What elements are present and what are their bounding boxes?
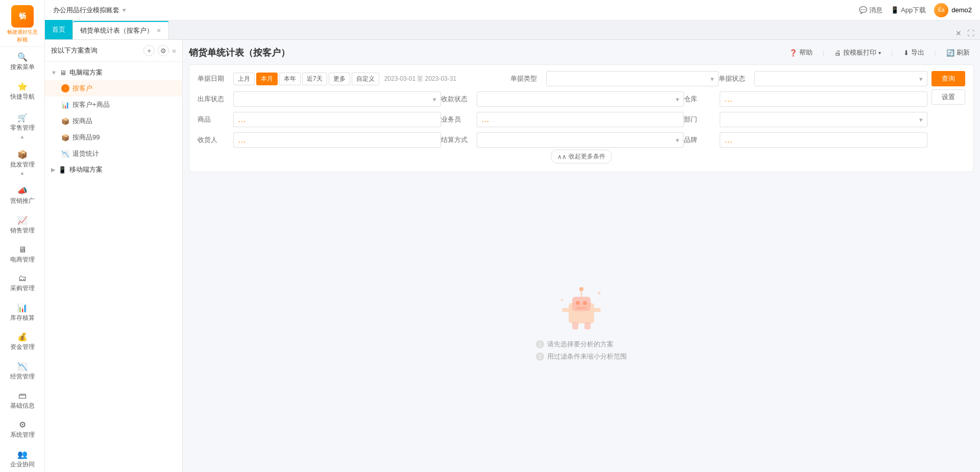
template-print-button[interactable]: 🖨 按模板打印 ▾ (830, 46, 885, 59)
tree-group-mobile-header[interactable]: ▶ 📱 移动端方案 (45, 162, 182, 177)
sidebar-item-wholesale[interactable]: 📦 批发管理 ▲ (0, 145, 44, 181)
message-button[interactable]: 💬 消息 (859, 6, 883, 15)
app-download-button[interactable]: 📱 App下载 (891, 6, 926, 15)
lp-actions: + ⚙ « (143, 45, 176, 56)
empty-tip-1: 1 请先选择要分析的方案 (536, 340, 627, 349)
print-icon: 🖨 (835, 49, 841, 57)
tree-item-return-stat[interactable]: 📉 退货统计 (45, 146, 182, 162)
tab-close-icon[interactable]: ✕ (156, 27, 161, 34)
tree-item-by-goods99[interactable]: 📦 按商品99 (45, 129, 182, 146)
settings-button[interactable]: 设置 (932, 89, 965, 105)
tabbar: 首页 销货单统计表（按客户） ✕ ✕ ⛶ (45, 20, 980, 40)
salesperson-select[interactable]: … (477, 112, 684, 127)
dept-select[interactable]: ▾ (720, 112, 927, 127)
sidebar-item-label: 快捷导航 (10, 93, 35, 101)
sidebar-item-basic[interactable]: 🗃 基础信息 (0, 386, 44, 415)
refresh-label: 刷新 (957, 48, 970, 57)
sidebar-item-enterprise[interactable]: 👥 企业协同 (0, 444, 44, 472)
user-initial: Ea (938, 7, 944, 13)
filter-item-doc-type: 单据类型 ▾ (510, 71, 719, 86)
sidebar-item-label: 电商管理 (10, 256, 35, 264)
lp-add-button[interactable]: + (143, 45, 155, 56)
filter-item-outbound: 出库状态 ▾ (198, 91, 441, 107)
doc-type-select[interactable]: ▾ (546, 71, 719, 86)
filter-item-brand: 品牌 … (684, 132, 927, 148)
date-btn-this-month[interactable]: 本月 (256, 73, 278, 85)
goods-dots: … (238, 115, 247, 124)
tree-item-by-customer-goods[interactable]: 📊 按客户+商品 (45, 97, 182, 113)
desktop-icon: 🖥 (60, 69, 66, 77)
chevron-down-icon-3: ▾ (433, 96, 436, 103)
brand-select[interactable]: … (720, 132, 927, 148)
tip-text-2: 用过滤条件来缩小分析范围 (547, 352, 627, 361)
filter-item-goods: 商品 … (198, 112, 441, 127)
mobile-icon: 📱 (58, 166, 66, 174)
date-btn-last-month[interactable]: 上月 (233, 73, 255, 85)
sidebar-item-label: 零售管理 (10, 124, 35, 132)
tree-item-label: 按商品 (72, 116, 92, 126)
sidebar-item-search[interactable]: 🔍 搜索菜单 (0, 47, 44, 77)
doc-status-select[interactable]: ▾ (754, 71, 927, 86)
sidebar-item-finance[interactable]: 💰 资金管理 (0, 327, 44, 357)
sidebar-item-marketing[interactable]: 📣 营销推广 (0, 181, 44, 210)
sidebar-item-sales[interactable]: 📈 销售管理 (0, 210, 44, 240)
help-button[interactable]: ❓ 帮助 (785, 46, 817, 59)
payment-select[interactable]: ▾ (477, 91, 684, 107)
refresh-icon: 🔄 (946, 49, 954, 57)
svg-rect-5 (562, 308, 569, 312)
sidebar-item-quicknav[interactable]: ⭐ 快捷导航 (0, 77, 44, 106)
refresh-button[interactable]: 🔄 刷新 (942, 46, 974, 59)
tree-group-desktop-header[interactable]: ▼ 🖥 电脑端方案 (45, 65, 182, 80)
date-btn-more[interactable]: 更多 (329, 73, 350, 85)
sidebar-item-label: 经营管理 (10, 373, 35, 381)
filter-card: 单据日期 上月 本月 本年 近7天 更多 自定义 (189, 64, 974, 172)
outbound-select[interactable]: ▾ (233, 91, 441, 107)
goods-select[interactable]: … (233, 112, 441, 127)
tab-home[interactable]: 首页 (45, 20, 73, 39)
tab-sales-stat[interactable]: 销货单统计表（按客户） ✕ (73, 21, 169, 39)
sidebar-item-operation[interactable]: 📉 经营管理 (0, 357, 44, 386)
lp-collapse-button[interactable]: « (172, 46, 176, 55)
tree-item-by-customer[interactable]: · 按客户 (45, 80, 182, 97)
date-btn-this-year[interactable]: 本年 (279, 73, 301, 85)
close-window-button[interactable]: ✕ (954, 29, 963, 37)
sidebar-item-label: 库存核算 (10, 314, 35, 322)
export-label: 导出 (911, 48, 924, 57)
operation-icon: 📉 (17, 362, 28, 371)
lp-settings-button[interactable]: ⚙ (158, 45, 169, 56)
receiver-select[interactable]: … (233, 132, 441, 148)
query-button[interactable]: 查询 (932, 71, 965, 86)
sidebar-item-ecommerce[interactable]: 🖥 电商管理 (0, 240, 44, 269)
collapse-button[interactable]: ∧∧ 收起更多条件 (551, 150, 612, 163)
marketing-icon: 📣 (17, 186, 28, 196)
date-btn-custom[interactable]: 自定义 (352, 73, 379, 85)
sidebar-item-retail[interactable]: 🛒 零售管理 ▲ (0, 108, 44, 145)
date-btn-7days[interactable]: 近7天 (302, 73, 327, 85)
active-indicator: · (61, 84, 69, 92)
enterprise-icon: 👥 (17, 450, 28, 459)
warehouse-select[interactable]: … (720, 91, 927, 107)
date-range-text: 2023-03-01 至 2023-03-31 (384, 75, 456, 83)
sidebar-item-inventory[interactable]: 📊 库存核算 (0, 298, 44, 327)
sidebar-item-purchase[interactable]: 🗂 采购管理 (0, 269, 44, 298)
tree-item-label: 按客户 (72, 84, 92, 93)
finance-icon: 💰 (17, 332, 28, 342)
tree-item-by-goods[interactable]: 📦 按商品 (45, 113, 182, 129)
print-arrow-icon: ▾ (878, 50, 881, 56)
user-menu[interactable]: Ea demo2 (934, 3, 972, 17)
dept-label: 部门 (684, 115, 720, 124)
svg-rect-8 (584, 322, 591, 329)
right-panel: 销货单统计表（按客户） ❓ 帮助 | 🖨 按模板打印 ▾ | ⬇ (183, 40, 980, 472)
maximize-window-button[interactable]: ⛶ (967, 29, 975, 37)
help-icon: ❓ (789, 49, 797, 57)
date-btn-group: 上月 本月 本年 近7天 更多 自定义 (233, 73, 379, 85)
export-button[interactable]: ⬇ 导出 (899, 46, 928, 59)
empty-tips: 1 请先选择要分析的方案 2 用过滤条件来缩小分析范围 (536, 340, 627, 361)
filter-item-date: 单据日期 上月 本月 本年 近7天 更多 自定义 (198, 71, 510, 86)
tree-group-mobile: ▶ 📱 移动端方案 (45, 162, 182, 177)
sidebar-item-system[interactable]: ⚙ 系统管理 (0, 415, 44, 444)
sales-icon: 📈 (17, 216, 28, 225)
settlement-select[interactable]: ▾ (477, 132, 684, 148)
date-label: 单据日期 (198, 74, 233, 83)
tree-item-label: 退货统计 (72, 149, 99, 158)
